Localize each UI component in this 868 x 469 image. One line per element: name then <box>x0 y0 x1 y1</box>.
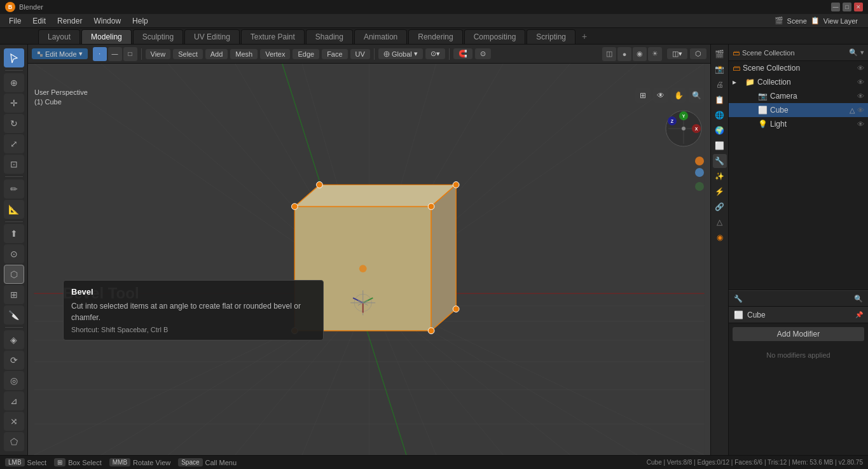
add-workspace-button[interactable]: + <box>577 29 592 44</box>
rotate-tool-button[interactable]: ↻ <box>4 114 24 133</box>
hand-button[interactable]: ✋ <box>671 88 686 103</box>
zoom-button[interactable]: 🔍 <box>689 88 704 103</box>
view-menu[interactable]: View <box>146 49 171 59</box>
properties-search-icon[interactable]: 🔍 <box>854 295 863 303</box>
tab-rendering[interactable]: Rendering <box>408 29 462 44</box>
transform-orientation[interactable]: Global ▾ <box>378 48 423 59</box>
close-button[interactable]: ✕ <box>854 3 863 11</box>
add-menu[interactable]: Add <box>205 49 228 59</box>
prop-icon-physics[interactable]: ⚡ <box>713 185 727 199</box>
menu-render[interactable]: Render <box>52 15 87 27</box>
outliner-search[interactable]: 🔍 <box>849 48 858 57</box>
outliner-camera[interactable]: 📷 Camera 👁 <box>729 89 868 103</box>
menu-help[interactable]: Help <box>127 15 153 27</box>
material-shading[interactable]: ◉ <box>633 47 647 61</box>
vertex-select-button[interactable]: · <box>93 47 107 61</box>
scene-collection-visibility[interactable]: 👁 <box>857 64 864 72</box>
xray-button[interactable]: ⬡ <box>690 48 706 59</box>
menu-file[interactable]: File <box>4 15 26 27</box>
status-rotate: MMB Rotate View <box>109 458 170 466</box>
add-modifier-button[interactable]: Add Modifier <box>733 327 864 341</box>
select-menu[interactable]: Select <box>173 49 203 59</box>
pivot-point[interactable]: ⊙▾ <box>425 48 445 59</box>
outliner-icon: 🗃 <box>733 49 740 57</box>
annotate-tool-button[interactable]: ✏ <box>4 179 24 199</box>
edge-menu[interactable]: Edge <box>293 49 319 59</box>
cube-visibility[interactable]: 👁 <box>857 106 864 114</box>
edge-select-button[interactable]: — <box>108 47 122 61</box>
outliner-collection[interactable]: ▸ 📁 Collection 👁 <box>729 75 868 89</box>
mesh-menu[interactable]: Mesh <box>230 49 258 59</box>
camera-button[interactable]: 👁 <box>653 88 668 103</box>
smooth-button[interactable]: ◎ <box>4 371 24 390</box>
prop-icon-output[interactable]: 🖨 <box>713 78 727 92</box>
inset-tool-button[interactable]: ⊙ <box>4 244 24 263</box>
prop-icon-modifiers[interactable]: 🔧 <box>713 154 727 168</box>
uv-menu[interactable]: UV <box>350 49 370 59</box>
grid-button[interactable]: ⊞ <box>635 88 651 103</box>
prop-icon-render[interactable]: 📸 <box>713 62 727 76</box>
solid-shading[interactable]: ● <box>617 47 631 61</box>
move-tool-button[interactable]: ✛ <box>4 94 24 113</box>
tab-scripting[interactable]: Scripting <box>527 29 575 44</box>
object-label: (1) Cube <box>34 97 88 107</box>
menu-edit[interactable]: Edit <box>27 15 51 27</box>
shrink-button[interactable]: ⤨ <box>4 412 24 431</box>
prop-icon-view-layer[interactable]: 📋 <box>713 93 727 107</box>
snap-button[interactable]: 🧲 <box>453 48 472 59</box>
prop-icon-world[interactable]: 🌍 <box>713 123 727 137</box>
tab-sculpting[interactable]: Sculpting <box>133 29 183 44</box>
titlebar-controls[interactable]: — □ ✕ <box>831 3 863 11</box>
edge-slide-button[interactable]: ⊿ <box>4 391 24 410</box>
render-shading[interactable]: ☀ <box>648 47 662 61</box>
prop-icon-material[interactable]: ◉ <box>713 230 727 244</box>
measure-tool-button[interactable]: 📐 <box>4 200 24 219</box>
wireframe-shading[interactable]: ◫ <box>602 47 616 61</box>
outliner-scene-collection[interactable]: 🗃 Scene Collection 👁 <box>729 61 868 75</box>
outliner-cube[interactable]: ⬜ Cube △ 👁 <box>729 103 868 117</box>
prop-icon-particles[interactable]: ✨ <box>713 169 727 183</box>
tab-shading[interactable]: Shading <box>306 29 353 44</box>
prop-icon-data[interactable]: △ <box>713 215 727 229</box>
cursor-tool-button[interactable]: ⊕ <box>4 73 24 92</box>
tab-texture-paint[interactable]: Texture Paint <box>241 29 305 44</box>
overlay-button[interactable]: ◫▾ <box>667 48 687 59</box>
poly-build-button[interactable]: ◈ <box>4 330 24 349</box>
minimize-button[interactable]: — <box>831 3 840 11</box>
prop-icon-object[interactable]: ⬜ <box>713 139 727 153</box>
tab-modeling[interactable]: Modeling <box>81 29 132 44</box>
transform-tool-button[interactable]: ⊡ <box>4 155 24 174</box>
obj-pin-icon[interactable]: 📌 <box>855 311 863 318</box>
menu-window[interactable]: Window <box>88 15 126 27</box>
knife-button[interactable]: 🔪 <box>4 305 24 325</box>
navigation-gizmo[interactable]: X Y Z <box>663 108 704 149</box>
scale-tool-button[interactable]: ⤢ <box>4 134 24 153</box>
proportional-edit[interactable]: ⊙ <box>475 48 491 59</box>
select-tool-button[interactable] <box>4 48 24 67</box>
tab-uv-editing[interactable]: UV Editing <box>184 29 240 44</box>
mode-dropdown[interactable]: Edit Mode ▾ <box>32 48 88 59</box>
collection-visibility[interactable]: 👁 <box>857 78 864 86</box>
prop-icon-constraints[interactable]: 🔗 <box>713 200 727 214</box>
outliner-filter[interactable]: ▾ <box>860 48 864 57</box>
face-select-button[interactable]: □ <box>123 47 137 61</box>
prop-icon-scene2[interactable]: 🌐 <box>713 108 727 122</box>
extrude-tool-button[interactable]: ⬆ <box>4 224 24 243</box>
viewport-info: User Perspective (1) Cube <box>34 88 88 108</box>
face-menu[interactable]: Face <box>322 49 347 59</box>
maximize-button[interactable]: □ <box>843 3 851 11</box>
svg-point-65 <box>682 127 685 130</box>
tab-animation[interactable]: Animation <box>354 29 407 44</box>
tab-compositing[interactable]: Compositing <box>464 29 526 44</box>
outliner-light[interactable]: 💡 Light 👁 <box>729 117 868 131</box>
tab-layout[interactable]: Layout <box>38 29 80 44</box>
spin-button[interactable]: ⟳ <box>4 351 24 370</box>
loop-cut-button[interactable]: ⊞ <box>4 285 24 304</box>
light-visibility[interactable]: 👁 <box>857 120 864 128</box>
viewport[interactable]: Edit Mode ▾ · — □ View Select Add Mesh V… <box>28 45 710 455</box>
camera-visibility[interactable]: 👁 <box>857 92 864 100</box>
bevel-tool-button[interactable]: ⬡ <box>4 265 24 284</box>
shear-button[interactable]: ⬠ <box>4 432 24 451</box>
vertex-menu[interactable]: Vertex <box>260 49 290 59</box>
prop-icon-scene[interactable]: 🎬 <box>713 47 727 61</box>
